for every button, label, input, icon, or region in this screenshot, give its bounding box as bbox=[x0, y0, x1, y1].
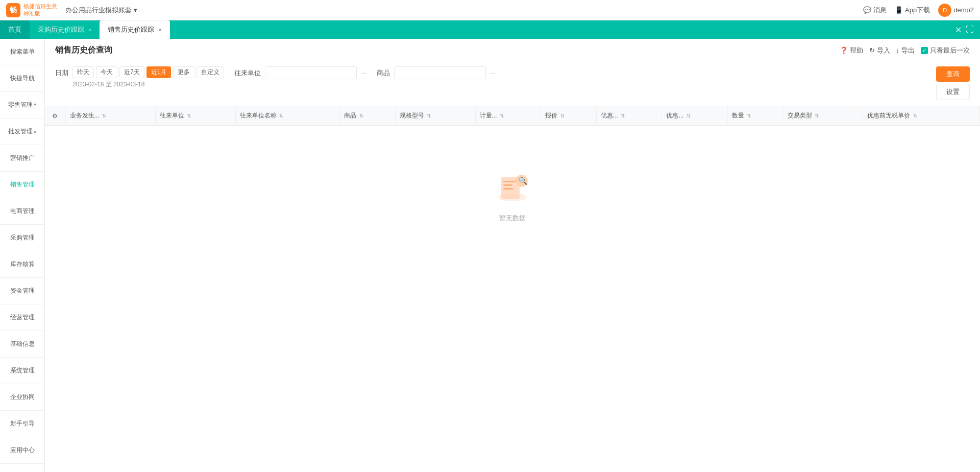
mobile-icon: 📱 bbox=[895, 6, 903, 14]
date-btn-1month[interactable]: 近1月 bbox=[146, 66, 172, 78]
date-options: 昨天 今天 近7天 近1月 更多 自定义 2023-02-18 至 2023-0… bbox=[72, 66, 224, 89]
user-avatar[interactable]: D demo2 bbox=[938, 4, 974, 17]
partner-filter-group: 往来单位 ··· bbox=[234, 66, 366, 79]
col-price[interactable]: 报价 ⇅ bbox=[541, 106, 597, 126]
product-input-group: ··· bbox=[394, 66, 496, 79]
col-trade-type[interactable]: 交易类型 ⇅ bbox=[783, 106, 863, 126]
sidebar-item-app-center[interactable]: 应用中心 bbox=[0, 437, 44, 464]
sidebar-quick-nav-label: 快捷导航 bbox=[10, 74, 35, 83]
app-selector-label: 办公用品行业模拟账套 bbox=[65, 6, 132, 15]
col-pre-tax-price[interactable]: 优惠前无税单价 ⇅ bbox=[863, 106, 980, 126]
sidebar-item-marketing[interactable]: 营销推广 bbox=[0, 145, 44, 172]
sort-icon: ⇅ bbox=[279, 113, 283, 119]
partner-dots[interactable]: ··· bbox=[361, 69, 366, 77]
svg-rect-2 bbox=[503, 181, 516, 182]
import-icon: ↻ bbox=[869, 46, 875, 54]
sidebar-enterprise-collab-label: 企业协同 bbox=[10, 393, 35, 402]
sidebar-item-finance-mgmt[interactable]: 资金管理 bbox=[0, 278, 44, 304]
help-button[interactable]: ❓ 帮助 bbox=[840, 46, 863, 55]
sidebar-item-basic-info[interactable]: 基础信息 bbox=[0, 331, 44, 358]
export-button[interactable]: ↓ 导出 bbox=[896, 46, 915, 55]
top-bar-right: 💬 消息 📱 App下载 D demo2 bbox=[863, 4, 974, 17]
sidebar-item-ecommerce-mgmt[interactable]: 电商管理 bbox=[0, 198, 44, 225]
col-biz-date[interactable]: 业务发生... ⇅ bbox=[65, 106, 156, 126]
svg-text:🔍: 🔍 bbox=[519, 177, 528, 185]
export-label: 导出 bbox=[901, 46, 915, 55]
page-title: 销售历史价查询 bbox=[55, 45, 112, 56]
col-spec[interactable]: 规格型号 ⇅ bbox=[395, 106, 475, 126]
main-layout: 搜索菜单 快捷导航 零售管理 ▾ 批发管理 ▴ 营销推广 销售管理 电商管理 采… bbox=[0, 39, 980, 472]
sidebar-item-new-guide[interactable]: 新手引导 bbox=[0, 411, 44, 437]
sort-icon: ⇅ bbox=[500, 113, 504, 119]
date-btn-more[interactable]: 更多 bbox=[173, 66, 194, 78]
message-button[interactable]: 💬 消息 bbox=[863, 6, 887, 15]
sort-icon: ⇅ bbox=[747, 113, 751, 119]
col-partner-name[interactable]: 往来单位名称 ⇅ bbox=[235, 106, 340, 126]
tab-purchase-history-close[interactable]: × bbox=[88, 27, 91, 33]
product-input[interactable] bbox=[394, 66, 486, 79]
sidebar-basic-info-label: 基础信息 bbox=[10, 340, 35, 348]
user-name: demo2 bbox=[953, 6, 974, 14]
date-btns: 昨天 今天 近7天 近1月 更多 自定义 bbox=[72, 66, 224, 78]
svg-rect-3 bbox=[503, 184, 512, 186]
import-button[interactable]: ↻ 导入 bbox=[869, 46, 890, 55]
export-icon: ↓ bbox=[896, 46, 900, 54]
product-dots[interactable]: ··· bbox=[490, 69, 496, 77]
col-quantity[interactable]: 数量 ⇅ bbox=[728, 106, 783, 126]
logo-icon: 畅 bbox=[6, 3, 20, 17]
sidebar-item-sales-mgmt[interactable]: 销售管理 bbox=[0, 172, 44, 198]
settings-button[interactable]: 设置 bbox=[936, 84, 970, 100]
sidebar-new-guide-label: 新手引导 bbox=[10, 419, 35, 428]
tab-purchase-history[interactable]: 采购历史价跟踪 × bbox=[30, 20, 100, 39]
app-selector[interactable]: 办公用品行业模拟账套 ▾ bbox=[61, 4, 141, 17]
only-last-checkbox[interactable]: ✓ 只看最后一次 bbox=[921, 46, 970, 55]
col-discount1[interactable]: 优惠... ⇅ bbox=[596, 106, 662, 126]
svg-rect-4 bbox=[503, 188, 513, 190]
partner-input[interactable] bbox=[265, 66, 357, 79]
table-header: ⚙ 业务发生... ⇅ 往来单位 ⇅ 往来单位名称 ⇅ 商品 ⇅ 规格型号 ⇅ … bbox=[45, 106, 980, 126]
sidebar-item-retail-mgmt[interactable]: 零售管理 ▾ bbox=[0, 92, 44, 119]
sidebar-item-purchase-mgmt[interactable]: 采购管理 bbox=[0, 225, 44, 251]
col-discount2[interactable]: 优惠... ⇅ bbox=[662, 106, 728, 126]
col-partner-code[interactable]: 往来单位 ⇅ bbox=[156, 106, 236, 126]
help-icon: ❓ bbox=[840, 46, 848, 54]
tab-sales-history[interactable]: 销售历史价跟踪 × bbox=[100, 20, 169, 39]
close-tab-icon[interactable]: ✕ bbox=[955, 25, 962, 35]
sidebar-marketing-label: 营销推广 bbox=[10, 154, 35, 162]
tab-purchase-history-label: 采购历史价跟踪 bbox=[38, 25, 84, 34]
sidebar-item-quick-nav[interactable]: 快捷导航 bbox=[0, 65, 44, 92]
sidebar-item-inventory[interactable]: 库存核算 bbox=[0, 251, 44, 278]
date-btn-yesterday[interactable]: 昨天 bbox=[72, 66, 94, 78]
import-label: 导入 bbox=[877, 46, 890, 55]
only-last-label: 只看最后一次 bbox=[930, 46, 970, 55]
tab-sales-history-label: 销售历史价跟踪 bbox=[108, 25, 154, 34]
sidebar: 搜索菜单 快捷导航 零售管理 ▾ 批发管理 ▴ 营销推广 销售管理 电商管理 采… bbox=[0, 39, 45, 472]
sidebar-item-wholesale-mgmt[interactable]: 批发管理 ▴ bbox=[0, 119, 44, 145]
app-download-button[interactable]: 📱 App下载 bbox=[895, 6, 930, 15]
date-btn-7days[interactable]: 近7天 bbox=[119, 66, 144, 78]
sidebar-item-enterprise-wechat[interactable]: 企业微信 bbox=[0, 464, 44, 472]
sidebar-item-enterprise-collab[interactable]: 企业协同 bbox=[0, 384, 44, 411]
maximize-icon[interactable]: ⛶ bbox=[966, 25, 974, 34]
sidebar-item-system-mgmt[interactable]: 系统管理 bbox=[0, 358, 44, 384]
page-header: 销售历史价查询 ❓ 帮助 ↻ 导入 ↓ 导出 ✓ bbox=[45, 39, 980, 61]
col-product[interactable]: 商品 ⇅ bbox=[340, 106, 396, 126]
checkbox-icon: ✓ bbox=[921, 47, 928, 54]
col-settings[interactable]: ⚙ bbox=[45, 106, 65, 126]
sidebar-item-operations-mgmt[interactable]: 经营管理 bbox=[0, 304, 44, 331]
col-unit[interactable]: 计量... ⇅ bbox=[475, 106, 541, 126]
partner-input-group: ··· bbox=[265, 66, 366, 79]
date-btn-today[interactable]: 今天 bbox=[96, 66, 117, 78]
table-header-row: ⚙ 业务发生... ⇅ 往来单位 ⇅ 往来单位名称 ⇅ 商品 ⇅ 规格型号 ⇅ … bbox=[45, 106, 980, 126]
app-download-label: App下载 bbox=[905, 6, 930, 15]
tab-sales-history-close[interactable]: × bbox=[158, 27, 161, 33]
tab-home[interactable]: 首页 bbox=[0, 20, 30, 39]
help-label: 帮助 bbox=[850, 46, 863, 55]
tab-bar-actions: ✕ ⛶ bbox=[955, 25, 980, 35]
date-btn-custom[interactable]: 自定义 bbox=[197, 66, 224, 78]
sidebar-operations-mgmt-label: 经营管理 bbox=[10, 313, 35, 322]
sidebar-item-search-menu[interactable]: 搜索菜单 bbox=[0, 39, 44, 65]
sort-icon: ⇅ bbox=[621, 113, 625, 119]
query-button[interactable]: 查询 bbox=[936, 66, 970, 82]
content-area: 销售历史价查询 ❓ 帮助 ↻ 导入 ↓ 导出 ✓ bbox=[45, 39, 980, 472]
